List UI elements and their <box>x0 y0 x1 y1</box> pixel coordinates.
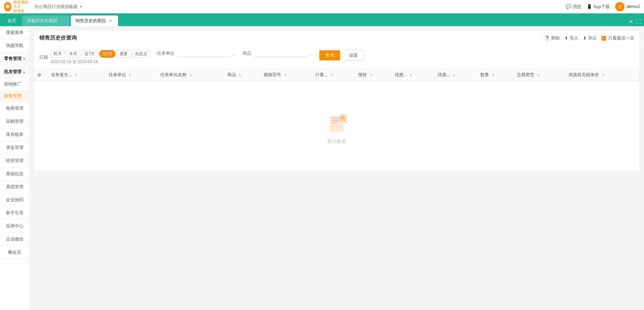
sidebar-item-sales-mgmt[interactable]: 销售管理 <box>0 90 29 102</box>
query-button[interactable]: 查询 <box>319 50 340 60</box>
page-card: 销售历史价查询 ❓ 帮助 ⬆ 导入 ⬇ 导出 <box>34 30 640 172</box>
help-icon: ❓ <box>544 36 550 41</box>
col-unit[interactable]: 计量... ⇅ <box>312 69 355 81</box>
date-btn-custom[interactable]: 自定义 <box>132 50 150 58</box>
sidebar-item-ecommerce[interactable]: 电商管理 <box>0 102 29 115</box>
col-pre-discount-price[interactable]: 优惠前无税单价 ⇅ <box>565 69 640 81</box>
date-buttons: 昨天 今天 近7天 近1月 更多 自定义 <box>51 50 150 58</box>
tab-sales-close[interactable]: ✕ <box>108 18 113 23</box>
date-range: 2023-02-18 至 2023-03-18 <box>51 59 150 65</box>
logo-area: 畅 畅捷通好生意 标准版 <box>4 0 31 13</box>
product-input-area: ... <box>254 50 313 57</box>
col-spec[interactable]: 规格型号 ⇅ <box>260 69 312 81</box>
sidebar-item-membership[interactable]: 畅会员 <box>0 246 29 259</box>
from-unit-input-area: ... <box>177 50 236 57</box>
export-icon: ⬇ <box>583 36 587 41</box>
from-unit-input[interactable] <box>177 50 231 57</box>
page-header-actions: ❓ 帮助 ⬆ 导入 ⬇ 导出 ✓ 只看最后一次 <box>544 35 634 41</box>
tab-purchase-history[interactable]: 采购历史价跟踪 ✕ <box>22 15 69 26</box>
sidebar-item-purchase[interactable]: 采购管理 <box>0 115 29 128</box>
table-container: ⚙ 业务发生... ⇅ 往来单位 ⇅ <box>34 69 640 81</box>
col-from-unit-name[interactable]: 往来单位名称 ⇅ <box>157 69 224 81</box>
chevron-down-icon: ▾ <box>23 57 25 61</box>
col-discount1[interactable]: 优惠... ⇅ <box>391 69 434 81</box>
col-from-unit[interactable]: 往来单位 ⇅ <box>105 69 157 81</box>
sort-icon: ⇅ <box>330 73 333 77</box>
sidebar-item-enterprise-wechat[interactable]: 企业微信 <box>0 233 29 246</box>
svg-rect-4 <box>331 122 337 123</box>
sort-icon: ⇅ <box>189 73 192 77</box>
user-area[interactable]: d demo2 <box>615 2 640 11</box>
sidebar-item-operations[interactable]: 经营管理 <box>0 154 29 167</box>
sidebar-item-finance[interactable]: 资金管理 <box>0 141 29 154</box>
sidebar-item-app-center[interactable]: 应用中心 <box>0 220 29 233</box>
date-btn-1month[interactable]: 近1月 <box>99 50 116 58</box>
sidebar-item-enterprise-collab[interactable]: 企业协同 <box>0 194 29 207</box>
tab-bar-actions: ✕ ⛶ <box>629 18 641 26</box>
top-bar-right: 💬 消息 📱 App下载 d demo2 <box>566 2 640 11</box>
filter-row: 日期 昨天 今天 近7天 近1月 更多 自定义 202 <box>39 50 364 65</box>
sidebar-item-marketing[interactable]: 营销推广 <box>0 79 29 90</box>
sort-icon: ⇅ <box>537 73 540 77</box>
col-settings[interactable]: ⚙ <box>34 69 47 81</box>
date-btn-yesterday[interactable]: 昨天 <box>51 50 65 58</box>
tab-sales-label: 销售历史价跟踪 <box>75 18 106 24</box>
product-ellipsis[interactable]: ... <box>309 51 313 56</box>
settings-icon[interactable]: ⚙ <box>37 72 41 78</box>
logo-text: 畅捷通好生意 标准版 <box>13 0 31 13</box>
import-icon: ⬆ <box>565 36 568 41</box>
sidebar-item-wholesale-mgmt[interactable]: 批发管理 ▴ <box>0 65 29 79</box>
close-tab-icon[interactable]: ✕ <box>629 18 633 25</box>
app-download-action[interactable]: 📱 App下载 <box>587 4 610 10</box>
col-quote[interactable]: 报价 ⇅ <box>355 69 391 81</box>
from-unit-ellipsis[interactable]: ... <box>232 51 236 56</box>
sort-icon: ⇅ <box>74 73 77 77</box>
col-discount2[interactable]: 优惠... ⇅ <box>434 69 477 81</box>
sidebar-item-retail-mgmt[interactable]: 零售管理 ▾ <box>0 52 29 65</box>
sort-icon: ⇅ <box>129 73 131 77</box>
top-bar-left: 畅 畅捷通好生意 标准版 办公用品行业模拟账套 ▾ <box>4 0 82 13</box>
date-btn-more[interactable]: 更多 <box>117 50 131 58</box>
tab-purchase-label: 采购历史价跟踪 <box>27 18 57 24</box>
date-options: 昨天 今天 近7天 近1月 更多 自定义 2023-02-18 至 2023-0… <box>51 50 150 65</box>
message-icon: 💬 <box>566 4 571 9</box>
sidebar-item-system[interactable]: 系统管理 <box>0 180 29 194</box>
col-product[interactable]: 商品 ⇅ <box>224 69 260 81</box>
message-action[interactable]: 💬 消息 <box>566 4 581 10</box>
date-filter-group: 日期 昨天 今天 近7天 近1月 更多 自定义 202 <box>39 50 150 65</box>
sidebar-item-inventory[interactable]: 库存核算 <box>0 128 29 141</box>
sidebar-item-quick-nav[interactable]: 快捷导航 <box>0 39 29 52</box>
maximize-icon[interactable]: ⛶ <box>636 19 641 25</box>
top-bar: 畅 畅捷通好生意 标准版 办公用品行业模拟账套 ▾ 💬 消息 📱 App下载 d… <box>0 0 644 13</box>
col-business-date[interactable]: 业务发生... ⇅ <box>47 69 105 81</box>
chevron-down-icon[interactable]: ▾ <box>80 4 82 9</box>
date-btn-7days[interactable]: 近7天 <box>82 50 98 58</box>
tab-purchase-close[interactable]: ✕ <box>59 18 65 23</box>
from-unit-filter-group: 往来单位 ... <box>157 50 236 57</box>
sidebar-item-basic-info[interactable]: 基础信息 <box>0 167 29 180</box>
sidebar-item-search-menu[interactable]: 搜索菜单 <box>0 26 29 39</box>
product-input[interactable] <box>254 50 308 57</box>
content-area: 销售历史价查询 ❓ 帮助 ⬆ 导入 ⬇ 导出 <box>30 26 644 310</box>
only-last-checkbox[interactable]: ✓ <box>601 36 606 41</box>
page-header: 销售历史价查询 ❓ 帮助 ⬆ 导入 ⬇ 导出 <box>34 31 640 46</box>
tab-home[interactable]: 首页 <box>3 15 21 26</box>
svg-rect-2 <box>331 118 338 119</box>
breadcrumb: 办公用品行业模拟账套 ▾ <box>34 4 82 10</box>
tab-bar: 首页 采购历史价跟踪 ✕ 销售历史价跟踪 ✕ ✕ ⛶ <box>0 13 644 26</box>
table-header-row: ⚙ 业务发生... ⇅ 往来单位 ⇅ <box>34 69 640 81</box>
only-last-action[interactable]: ✓ 只看最后一次 <box>601 35 634 41</box>
sidebar-item-beginner[interactable]: 新手引导 <box>0 207 29 220</box>
tab-sales-history[interactable]: 销售历史价跟踪 ✕ <box>71 15 118 26</box>
page-title: 销售历史价查询 <box>39 35 77 42</box>
sort-icon: ⇅ <box>238 73 241 77</box>
col-quantity[interactable]: 数量 ⇅ <box>477 69 514 81</box>
import-action[interactable]: ⬆ 导入 <box>565 35 578 41</box>
col-trade-type[interactable]: 交易类型 ⇅ <box>514 69 565 81</box>
sort-icon: ⇅ <box>370 73 372 77</box>
settings-button[interactable]: 设置 <box>343 50 364 61</box>
help-action[interactable]: ❓ 帮助 <box>544 35 560 41</box>
date-btn-today[interactable]: 今天 <box>66 50 80 58</box>
export-action[interactable]: ⬇ 导出 <box>583 35 597 41</box>
date-label: 日期 <box>39 54 48 60</box>
